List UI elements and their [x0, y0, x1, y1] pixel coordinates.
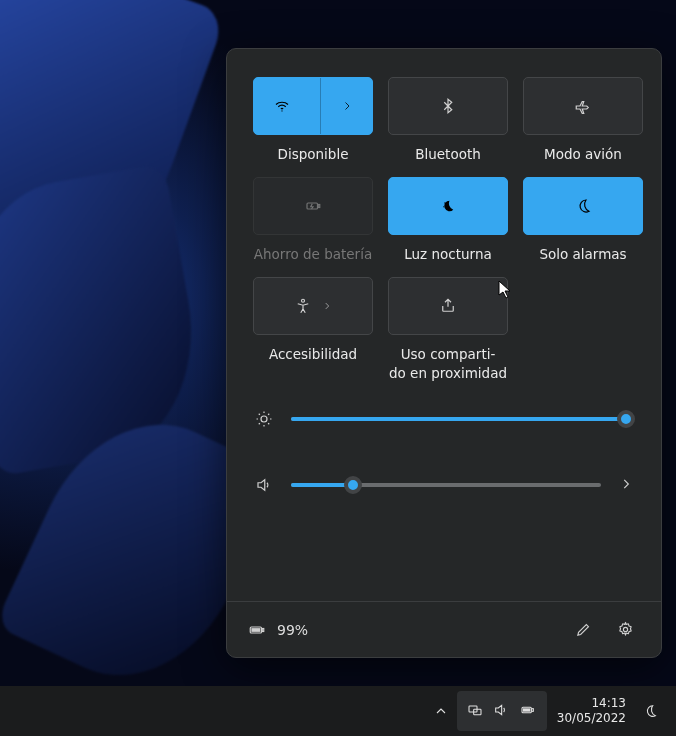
svg-rect-8: [262, 628, 264, 631]
svg-point-5: [302, 300, 305, 303]
volume-thumb[interactable]: [344, 476, 362, 494]
focus-assist-tile[interactable]: [523, 177, 643, 235]
night-light-icon: [439, 197, 457, 215]
sliders-section: [227, 392, 661, 503]
airplane-label: Modo avión: [544, 145, 622, 163]
nearby-share-tile[interactable]: [388, 277, 508, 335]
tray-status-group[interactable]: [457, 691, 547, 731]
wifi-tile[interactable]: [253, 77, 373, 135]
bluetooth-tile[interactable]: [388, 77, 508, 135]
svg-point-6: [261, 416, 267, 422]
wifi-icon: [273, 97, 291, 115]
battery-saver-tile: [253, 177, 373, 235]
svg-point-0: [282, 110, 283, 111]
panel-footer: 99%: [227, 601, 661, 657]
airplane-icon: [574, 97, 592, 115]
tray-overflow-button[interactable]: [427, 691, 455, 731]
focus-assist-label: Solo alarmas: [539, 245, 626, 263]
network-icon: [467, 702, 483, 721]
volume-slider[interactable]: [255, 476, 633, 495]
airplane-tile[interactable]: [523, 77, 643, 135]
svg-point-10: [623, 627, 627, 631]
accessibility-icon: [294, 297, 312, 315]
notifications-button[interactable]: [636, 691, 664, 731]
nearby-share-label: Uso comparti- do en proximidad: [389, 345, 507, 381]
accessibility-label: Accesibilidad: [269, 345, 357, 363]
battery-saver-label: Ahorro de batería: [254, 245, 372, 263]
taskbar-date: 30/05/2022: [557, 711, 626, 726]
bluetooth-label: Bluetooth: [415, 145, 481, 163]
battery-percent: 99%: [277, 622, 308, 638]
svg-rect-9: [251, 628, 260, 632]
brightness-thumb[interactable]: [617, 410, 635, 428]
quick-settings-grid: Disponible Bluetooth Modo avión: [227, 49, 661, 392]
svg-rect-15: [523, 708, 530, 711]
settings-button[interactable]: [609, 614, 641, 646]
speaker-icon: [255, 476, 273, 494]
share-icon: [439, 297, 457, 315]
brightness-icon: [255, 410, 273, 428]
taskbar-time: 14:13: [557, 696, 626, 711]
wifi-label: Disponible: [278, 145, 349, 163]
taskbar: 14:13 30/05/2022: [0, 686, 676, 736]
chevron-right-icon[interactable]: [341, 97, 353, 115]
volume-tray-icon: [493, 702, 509, 721]
svg-rect-14: [532, 708, 533, 711]
svg-point-4: [443, 206, 444, 207]
battery-tray-icon: [519, 702, 537, 721]
edit-button[interactable]: [567, 614, 599, 646]
taskbar-clock[interactable]: 14:13 30/05/2022: [549, 696, 634, 726]
volume-track[interactable]: [291, 483, 601, 487]
svg-point-3: [444, 202, 446, 204]
battery-icon: [247, 621, 267, 639]
night-light-label: Luz nocturna: [404, 245, 491, 263]
bluetooth-icon: [439, 97, 457, 115]
quick-settings-panel: Disponible Bluetooth Modo avión: [226, 48, 662, 658]
chevron-right-icon[interactable]: [322, 297, 332, 315]
accessibility-tile[interactable]: [253, 277, 373, 335]
system-tray: 14:13 30/05/2022: [427, 691, 664, 731]
volume-expand-button[interactable]: [619, 476, 633, 495]
battery-saver-icon: [304, 197, 322, 215]
moon-icon: [574, 197, 592, 215]
brightness-track[interactable]: [291, 417, 633, 421]
svg-rect-2: [318, 205, 320, 208]
brightness-slider[interactable]: [255, 410, 633, 428]
night-light-tile[interactable]: [388, 177, 508, 235]
